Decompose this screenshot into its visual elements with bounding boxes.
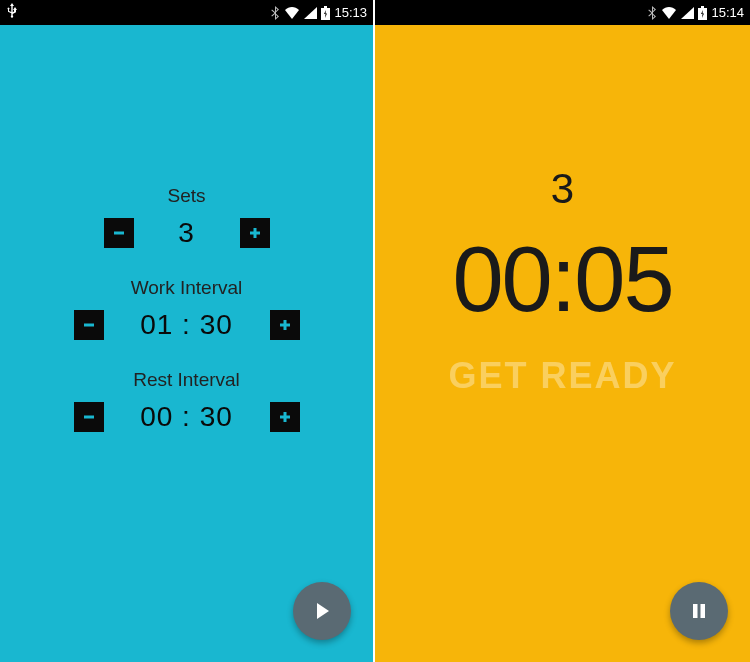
sets-decrement-button[interactable] (104, 218, 134, 248)
sets-group: Sets 3 (104, 185, 270, 249)
svg-rect-4 (253, 228, 256, 238)
work-interval-value: 01 : 30 (132, 309, 242, 341)
plus-icon (277, 317, 293, 333)
plus-icon (247, 225, 263, 241)
sets-value: 3 (162, 217, 212, 249)
minus-icon (81, 317, 97, 333)
play-button[interactable] (293, 582, 351, 640)
svg-rect-13 (693, 604, 698, 618)
status-time: 15:13 (334, 5, 367, 20)
countdown-content: 3 00:05 GET READY (375, 25, 750, 662)
countdown-status-text: GET READY (448, 355, 676, 397)
rest-increment-button[interactable] (270, 402, 300, 432)
minus-icon (111, 225, 127, 241)
work-increment-button[interactable] (270, 310, 300, 340)
rest-decrement-button[interactable] (74, 402, 104, 432)
svg-rect-12 (701, 6, 704, 8)
wifi-icon (661, 7, 677, 19)
pause-button[interactable] (670, 582, 728, 640)
work-interval-label: Work Interval (74, 277, 300, 299)
svg-rect-1 (324, 6, 327, 8)
svg-rect-10 (283, 412, 286, 422)
countdown-timer: 00:05 (452, 233, 672, 325)
bluetooth-icon (647, 6, 657, 20)
work-decrement-button[interactable] (74, 310, 104, 340)
bluetooth-icon (270, 6, 280, 20)
status-time: 15:14 (711, 5, 744, 20)
svg-rect-7 (283, 320, 286, 330)
play-icon (311, 600, 333, 622)
wifi-icon (284, 7, 300, 19)
plus-icon (277, 409, 293, 425)
signal-icon (304, 7, 317, 19)
pause-icon (689, 601, 709, 621)
sets-label: Sets (104, 185, 270, 207)
svg-rect-5 (84, 324, 94, 327)
work-interval-group: Work Interval 01 : 30 (74, 277, 300, 341)
usb-icon (6, 3, 18, 22)
countdown-screen: 15:14 3 00:05 GET READY (375, 0, 750, 662)
status-bar: 15:13 (0, 0, 373, 25)
svg-rect-8 (84, 416, 94, 419)
rest-interval-value: 00 : 30 (132, 401, 242, 433)
settings-screen: 15:13 Sets 3 Work Interval (0, 0, 375, 662)
battery-icon (321, 6, 330, 20)
signal-icon (681, 7, 694, 19)
sets-increment-button[interactable] (240, 218, 270, 248)
battery-icon (698, 6, 707, 20)
sets-remaining: 3 (551, 165, 574, 213)
status-bar: 15:14 (375, 0, 750, 25)
settings-content: Sets 3 Work Interval 01 : (0, 25, 373, 662)
rest-interval-label: Rest Interval (74, 369, 300, 391)
svg-rect-14 (701, 604, 706, 618)
minus-icon (81, 409, 97, 425)
svg-rect-2 (114, 232, 124, 235)
rest-interval-group: Rest Interval 00 : 30 (74, 369, 300, 433)
